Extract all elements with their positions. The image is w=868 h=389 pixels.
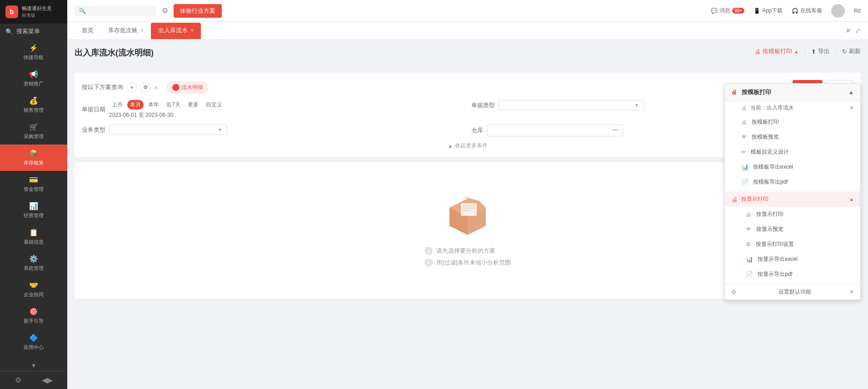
inventory-icon: 📦 [29,149,38,158]
tabs-bar: 首页 库存批次账 × 出入库流水 × ✕ ⤢ [67,22,868,40]
print-template-preview-item[interactable]: 👁 按模板预览 [725,130,860,145]
print-template-pdf-item[interactable]: 📄 按模板导出pdf [725,175,860,190]
sidebar-item-label: 经营管理 [24,212,44,219]
sidebar-item-apps[interactable]: 🔷 应用中心 [0,329,67,355]
service-label: 在线客服 [800,7,822,15]
step-num-1: ① [424,247,433,255]
sidebar-item-sales[interactable]: 💰 销售管理 [0,92,67,118]
print-dropdown-title-text: 按模板打印 [742,89,771,95]
display-pdf-label: 按显示导出pdf [758,270,793,278]
sidebar: b 畅捷通好生意 标准版 🔍 搜索菜单 ⚡ 快捷导航 📢 营销推广 💰 销售管理… [0,0,67,389]
tab-home[interactable]: 首页 [75,23,101,39]
filter-tag-flow-detail[interactable]: 🔴 流水明细 [167,82,208,93]
print-display-print-item[interactable]: 🖨 按显示打印 [725,207,860,222]
topbar-search[interactable]: 🔍 [75,6,156,16]
print-footer-settings[interactable]: ⚙ 设置默认功能 ▼ [725,284,860,299]
industry-solution-button[interactable]: 体验行业方案 [174,4,222,18]
bill-type-select[interactable]: ▼ [499,100,644,110]
filter-biz-type-item: 业务类型 ▼ [82,125,464,135]
page-title: 出入库流水(流水明细) [75,47,154,58]
topbar-gear-icon[interactable]: ⚙ [162,6,168,15]
sidebar-item-purchase[interactable]: 🛒 采购管理 [0,118,67,145]
more-shortcut[interactable]: 更多 [185,100,201,110]
print-display-settings-item[interactable]: ⚙ 按显示打印设置 [725,237,860,252]
tab-flow-label: 出入库流水 [158,26,188,35]
empty-state: ① 请先选择要分析的方案 ② 用[过滤]条件来缩小分析范围 [415,167,519,294]
print-template-preview-label: 按模板预览 [752,133,779,141]
sidebar-collapse-btn[interactable]: ◀▶ [42,376,53,384]
sidebar-item-label: 企业协同 [24,291,44,298]
print-dropdown-collapse-icon[interactable]: ▲ [848,89,854,95]
search-menu-label: 搜索菜单 [16,27,40,35]
custom-shortcut[interactable]: 自定义 [203,100,225,110]
sidebar-item-operations[interactable]: 📊 经营管理 [0,197,67,224]
sidebar-item-label: 应用中心 [24,344,44,351]
sidebar-item-system[interactable]: ⚙️ 系统管理 [0,250,67,276]
refresh-button[interactable]: ↻ 刷新 [842,47,861,55]
prev-month-shortcut[interactable]: 上月 [109,100,125,110]
tab-batch-ledger-close[interactable]: × [140,27,144,34]
empty-illustration [443,194,493,239]
sidebar-item-marketing[interactable]: 📢 营销推广 [0,65,67,92]
message-badge: 99+ [732,8,744,14]
topbar-app-download[interactable]: 📱 App下载 [753,7,783,15]
tab-flow[interactable]: 出入库流水 × [151,23,201,39]
search-icon: 🔍 [5,28,13,35]
user-avatar[interactable] [831,4,845,18]
filter-collapse-icon[interactable]: « [154,84,158,91]
message-icon: 💬 [711,8,718,14]
print-current-section[interactable]: 🖨 当前：出入库流水 ▼ [725,101,860,115]
user-name[interactable]: Rit [854,8,861,14]
print-template-custom-item[interactable]: ✏ 模板自定义设计 [725,145,860,160]
message-label: 消息 [719,7,730,15]
export-button[interactable]: ⬆ 导出 [811,47,830,55]
print-display-pdf-item[interactable]: 📄 按显示导出pdf [725,267,860,282]
print-template-print-item[interactable]: 🖨 按模板打印 [725,115,860,130]
sidebar-item-quick-nav[interactable]: ⚡ 快捷导航 [0,39,67,65]
sidebar-item-finance[interactable]: 💳 资金管理 [0,171,67,197]
sidebar-settings-btn[interactable]: ⚙ [15,376,21,384]
cur-month-shortcut[interactable]: 本月 [127,100,144,110]
sidebar-item-basic[interactable]: 📋 基础信息 [0,224,67,250]
print-template-excel-item[interactable]: 📊 按模板导出excel [725,160,860,175]
print-template-print-icon: 🖨 [741,119,747,125]
sidebar-item-label: 库存核算 [24,160,44,166]
chevron-up-icon: ▲ [448,143,453,149]
tabs-right-actions: ✕ ⤢ [845,26,861,35]
refresh-icon: ↻ [842,48,847,55]
filter-label: 按以下方案查询 [82,83,123,91]
print-template-label: 按模板打印 [763,47,792,55]
warehouse-more-icon: ••• [612,127,618,134]
print-display-preview-item[interactable]: 👁 按显示预览 [725,222,860,237]
print-display-section-header[interactable]: 🖨 按显示打印 ▲ [725,192,860,207]
tab-batch-ledger[interactable]: 库存批次账 × [101,23,151,39]
tabs-close-all-button[interactable]: ✕ [845,26,851,35]
print-template-button[interactable]: 🖨 按模板打印 ▲ [755,47,798,55]
topbar: 🔍 ⚙ 体验行业方案 💬 消息 99+ 📱 App下载 🎧 在线客服 Rit [67,0,868,22]
topbar-online-service[interactable]: 🎧 在线客服 [792,7,822,15]
sidebar-item-inventory[interactable]: 📦 库存核算 [0,145,67,171]
biz-type-select[interactable]: ▼ [109,125,227,135]
collab-icon: 🤝 [29,281,38,289]
filter-settings-button[interactable]: ⚙ [140,82,150,92]
sidebar-scroll-down[interactable]: ▼ [0,360,67,371]
display-preview-label: 按显示预览 [756,225,783,233]
display-settings-icon: ⚙ [746,241,751,248]
search-menu-item[interactable]: 🔍 搜索菜单 [0,24,67,39]
top-actions: 🖨 按模板打印 ▲ | ⬆ 导出 | ↻ 刷新 [755,47,861,55]
display-section-icon: 🖨 [731,196,738,203]
topbar-messages[interactable]: 💬 消息 99+ [711,7,744,15]
filter-add-button[interactable]: + [127,82,137,92]
tabs-expand-button[interactable]: ⤢ [855,26,861,35]
tab-flow-close[interactable]: × [190,27,194,34]
7days-shortcut[interactable]: 近7天 [164,100,183,110]
chevron-up-icon: ▲ [794,49,798,54]
print-template-preview-icon: 👁 [741,134,747,140]
print-display-excel-item[interactable]: 📊 按显示导出excel [725,252,860,267]
warehouse-select[interactable]: ••• [487,125,623,136]
sidebar-item-guide[interactable]: 🎯 新手引导 [0,303,67,329]
sidebar-item-collab[interactable]: 🤝 企业协同 [0,276,67,303]
cur-year-shortcut[interactable]: 本年 [145,100,162,110]
display-excel-icon: 📊 [746,256,753,263]
sidebar-item-wechat[interactable]: 💬 企业微信 [0,355,67,360]
